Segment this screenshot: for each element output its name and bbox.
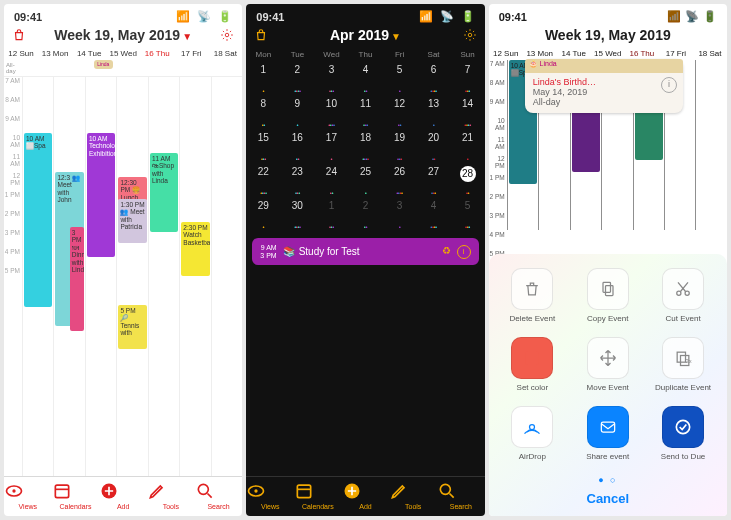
month-cell[interactable]: 19•••	[382, 130, 416, 164]
hour-label: 2 PM	[4, 210, 22, 229]
calendar-event[interactable]: 3 PM 🍽Dinner with Linda	[70, 227, 84, 331]
calendar-event[interactable]: 2:30 PM Watch Basketball	[181, 222, 209, 276]
month-cell[interactable]: 26••••	[382, 164, 416, 198]
day-header[interactable]: 13 Mon	[38, 47, 72, 60]
tab-search[interactable]: Search	[437, 481, 485, 510]
day-header[interactable]: 14 Tue	[72, 47, 106, 60]
cancel-button[interactable]: Cancel	[495, 485, 721, 506]
tab-add[interactable]: Add	[342, 481, 390, 510]
day-header[interactable]: 17 Fri	[174, 47, 208, 60]
action-trash[interactable]: Delete Event	[495, 268, 570, 323]
month-cell[interactable]: 20••	[416, 130, 450, 164]
month-cell[interactable]: 30••••	[280, 198, 314, 232]
month-cell[interactable]: 17•	[314, 130, 348, 164]
month-cell[interactable]: 21•	[451, 130, 485, 164]
month-cell[interactable]: 29•	[246, 198, 280, 232]
action-sheet-overlay: Delete EventCopy EventCut EventSet color…	[489, 4, 727, 516]
month-grid[interactable]: 1•2••••3•••4••5•6••••7•••8••9•10••••11••…	[246, 62, 484, 232]
month-cell[interactable]: 2••	[348, 198, 382, 232]
action-copy[interactable]: Copy Event	[570, 268, 645, 323]
month-cell[interactable]: 11•••	[348, 96, 382, 130]
month-cell[interactable]: 13•	[416, 96, 450, 130]
action-due[interactable]: Send to Due	[645, 406, 720, 461]
gear-icon[interactable]	[220, 28, 234, 42]
tab-tools[interactable]: Tools	[147, 481, 195, 510]
calendar-event[interactable]: 11 AM 🛍Shop with Linda	[150, 153, 178, 232]
month-cell[interactable]: 2••••	[280, 62, 314, 96]
svg-rect-11	[297, 485, 310, 498]
month-cell[interactable]: 25•	[348, 164, 382, 198]
action-color[interactable]: Set color	[495, 337, 570, 392]
day-column[interactable]: 12:30 PM 🍔Lunch1:30 PM 👥 Meet with Patri…	[116, 77, 147, 476]
selected-day-event[interactable]: 9 AM3 PM 📚 Study for Test ♻ i	[252, 238, 478, 265]
calendar-event[interactable]: 12:30 PM 🍔Lunch	[118, 177, 146, 201]
month-cell[interactable]: 4••••	[416, 198, 450, 232]
month-cell[interactable]: 28••	[451, 164, 485, 198]
month-cell[interactable]: 1•	[246, 62, 280, 96]
day-column[interactable]: 10 AM Technology Exhibition	[85, 77, 116, 476]
day-column[interactable]	[211, 77, 242, 476]
day-column[interactable]: 11 AM 🛍Shop with Linda	[148, 77, 179, 476]
bag-icon[interactable]	[12, 28, 26, 42]
copy-icon	[587, 268, 629, 310]
month-cell[interactable]: 22••••	[246, 164, 280, 198]
toolbar: ViewsCalendarsAddToolsSearch	[4, 476, 242, 516]
bag-icon[interactable]	[254, 28, 268, 42]
calendar-event[interactable]: 1:30 PM 👥 Meet with Patricia	[118, 199, 146, 243]
month-cell[interactable]: 1•••	[314, 198, 348, 232]
action-cut[interactable]: Cut Event	[645, 268, 720, 323]
calendar-event[interactable]: 10 AM ⬜Spa	[24, 133, 52, 307]
tab-tools[interactable]: Tools	[389, 481, 437, 510]
day-column[interactable]: 2:30 PM Watch Basketball	[179, 77, 210, 476]
tab-search[interactable]: Search	[195, 481, 243, 510]
week-grid[interactable]: 7 AM8 AM9 AM10 AM11 AM12 PM1 PM2 PM3 PM4…	[4, 77, 242, 476]
month-cell[interactable]: 5•	[382, 62, 416, 96]
event-dots: •	[280, 123, 314, 127]
month-cell[interactable]: 23•••	[280, 164, 314, 198]
action-airdrop[interactable]: AirDrop	[495, 406, 570, 461]
event-dots: •••	[416, 191, 450, 195]
action-mail[interactable]: Share event	[570, 406, 645, 461]
recycle-icon[interactable]: ♻	[442, 245, 451, 259]
calendar-event[interactable]: 5 PM 🎾Tennis with	[118, 305, 146, 349]
allday-label: All-day	[4, 60, 26, 76]
info-icon[interactable]: i	[457, 245, 471, 259]
month-cell[interactable]: 7•••	[451, 62, 485, 96]
month-cell[interactable]: 8••	[246, 96, 280, 130]
day-column[interactable]: 12:3 👥 Meet with John3 PM 🍽Dinner with L…	[53, 77, 84, 476]
month-title[interactable]: Apr 2019▼	[330, 27, 401, 43]
action-dup[interactable]: 2xDuplicate Event	[645, 337, 720, 392]
calendar-event[interactable]: 10 AM Technology Exhibition	[87, 133, 115, 257]
month-cell[interactable]: 24••	[314, 164, 348, 198]
month-cell[interactable]: 12••	[382, 96, 416, 130]
month-cell[interactable]: 3•••	[314, 62, 348, 96]
day-header[interactable]: 16 Thu	[140, 47, 174, 60]
tab-views[interactable]: Views	[246, 481, 294, 510]
day-header[interactable]: 15 Wed	[106, 47, 140, 60]
month-cell[interactable]: 3•	[382, 198, 416, 232]
month-cell[interactable]: 15•••	[246, 130, 280, 164]
tab-views[interactable]: Views	[4, 481, 52, 510]
month-cell[interactable]: 9•	[280, 96, 314, 130]
month-cell[interactable]: 5•••	[451, 198, 485, 232]
month-cell[interactable]: 27•••	[416, 164, 450, 198]
month-cell[interactable]: 10••••	[314, 96, 348, 130]
day-header[interactable]: 12 Sun	[4, 47, 38, 60]
month-cell[interactable]: 4••	[348, 62, 382, 96]
day-header[interactable]: 18 Sat	[208, 47, 242, 60]
allday-chip[interactable]: Linda	[94, 60, 113, 69]
tab-calendars[interactable]: Calendars	[52, 481, 100, 510]
svg-point-24	[530, 425, 535, 430]
hour-labels: 7 AM8 AM9 AM10 AM11 AM12 PM1 PM2 PM3 PM4…	[4, 77, 22, 476]
tab-calendars[interactable]: Calendars	[294, 481, 342, 510]
month-cell[interactable]: 16••	[280, 130, 314, 164]
svg-point-6	[198, 484, 208, 494]
gear-icon[interactable]	[463, 28, 477, 42]
week-title[interactable]: Week 19, May 2019▼	[54, 27, 192, 43]
day-column[interactable]: 10 AM ⬜Spa	[22, 77, 53, 476]
tab-add[interactable]: Add	[99, 481, 147, 510]
month-cell[interactable]: 6••••	[416, 62, 450, 96]
month-cell[interactable]: 14••••	[451, 96, 485, 130]
month-cell[interactable]: 18••••	[348, 130, 382, 164]
action-move[interactable]: Move Event	[570, 337, 645, 392]
